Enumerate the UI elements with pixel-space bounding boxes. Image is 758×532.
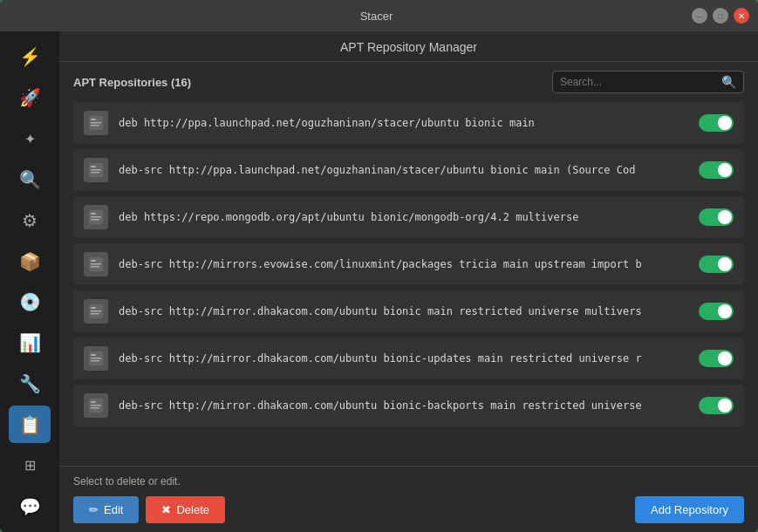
repo-list: deb http://ppa.launchpad.net/oguzhaninan… [59, 102, 758, 466]
repo-toggle[interactable] [699, 303, 734, 320]
edit-label: Edit [104, 503, 123, 516]
maximize-button[interactable]: □ [713, 8, 728, 24]
repo-text: deb-src http://mirrors.evowise.com/linux… [119, 258, 688, 270]
svg-rect-7 [91, 172, 99, 174]
repo-icon [84, 393, 108, 418]
repo-icon [84, 205, 108, 229]
window-controls: – □ ✕ [692, 8, 749, 24]
search-icon: 🔍 [721, 75, 736, 89]
repo-text: deb-src http://mirror.dhakacom.com/ubunt… [119, 305, 688, 317]
search-input[interactable] [560, 76, 721, 88]
edit-icon: ✏ [89, 503, 99, 516]
repo-icon [84, 252, 108, 276]
sidebar-item-terminal[interactable]: 💬 [9, 488, 51, 525]
app-title: Stacer [61, 10, 692, 23]
main-panel: APT Repository Manager APT Repositories … [59, 31, 758, 532]
add-label: Add Repository [651, 503, 728, 516]
repo-toggle[interactable] [699, 397, 734, 414]
sidebar-item-charts[interactable]: 📊 [9, 324, 51, 362]
close-button[interactable]: ✕ [734, 8, 749, 24]
repo-icon [84, 299, 108, 324]
repo-item[interactable]: deb-src http://mirrors.evowise.com/linux… [73, 243, 744, 285]
repo-icon [84, 346, 108, 371]
repo-item[interactable]: deb-src http://mirror.dhakacom.com/ubunt… [73, 385, 744, 426]
repo-text: deb-src http://ppa.launchpad.net/oguzhan… [119, 164, 688, 176]
delete-button[interactable]: ✖ Delete [146, 496, 225, 523]
sidebar-item-sources[interactable]: ⊞ [9, 447, 51, 484]
repo-text: deb-src http://mirror.dhakacom.com/ubunt… [119, 399, 688, 412]
repo-toggle[interactable] [699, 114, 734, 132]
svg-rect-9 [91, 213, 96, 215]
repo-toggle[interactable] [699, 350, 734, 367]
svg-rect-6 [91, 169, 101, 171]
svg-rect-11 [91, 219, 99, 221]
footer: Select to delete or edit. ✏ Edit ✖ Delet… [59, 466, 758, 532]
footer-status: Select to delete or edit. [73, 475, 744, 488]
svg-rect-21 [91, 354, 96, 356]
repo-item[interactable]: deb http://ppa.launchpad.net/oguzhaninan… [73, 102, 744, 144]
svg-rect-18 [91, 310, 101, 312]
sidebar-item-cleaner[interactable]: ✦ [9, 120, 51, 158]
add-repository-button[interactable]: Add Repository [635, 496, 744, 523]
svg-rect-2 [91, 122, 101, 124]
sidebar-item-startup[interactable]: 🚀 [9, 79, 51, 117]
sidebar-item-dashboard[interactable]: ⚡ [9, 38, 51, 76]
repo-text: deb-src http://mirror.dhakacom.com/ubunt… [119, 352, 688, 365]
repo-item[interactable]: deb-src http://ppa.launchpad.net/oguzhan… [73, 149, 744, 191]
sidebar: ⚡ 🚀 ✦ 🔍 ⚙ 📦 💿 📊 🔧 📋 ⊞ 💬 [0, 31, 59, 532]
svg-rect-1 [91, 119, 96, 120]
main-window: Stacer – □ ✕ ⚡ 🚀 ✦ 🔍 ⚙ 📦 💿 📊 🔧 📋 ⊞ 💬 APT… [0, 0, 758, 532]
svg-rect-14 [91, 263, 101, 265]
repo-item[interactable]: deb-src http://mirror.dhakacom.com/ubunt… [73, 338, 744, 379]
sidebar-item-settings[interactable]: ⚙ [9, 201, 51, 239]
repo-item[interactable]: deb https://repo.mongodb.org/apt/ubuntu … [73, 196, 744, 238]
svg-rect-15 [91, 266, 99, 268]
sidebar-item-resources[interactable]: 💿 [9, 283, 51, 321]
svg-rect-23 [91, 360, 99, 362]
sidebar-item-tools[interactable]: 🔧 [9, 365, 51, 403]
content-area: ⚡ 🚀 ✦ 🔍 ⚙ 📦 💿 📊 🔧 📋 ⊞ 💬 APT Repository M… [0, 31, 758, 532]
repo-icon [84, 158, 108, 182]
svg-rect-25 [91, 401, 96, 403]
svg-rect-10 [91, 216, 101, 218]
repo-toolbar: APT Repositories (16) 🔍 [59, 62, 758, 102]
panel-header: APT Repository Manager [59, 31, 758, 62]
repo-toggle[interactable] [699, 161, 734, 179]
repo-item[interactable]: deb-src http://mirror.dhakacom.com/ubunt… [73, 290, 744, 332]
search-box: 🔍 [552, 71, 744, 93]
repo-text: deb http://ppa.launchpad.net/oguzhaninan… [119, 117, 688, 129]
svg-rect-22 [91, 358, 101, 359]
svg-rect-3 [91, 125, 99, 126]
svg-rect-19 [91, 313, 99, 315]
repo-icon [84, 111, 108, 135]
repo-toggle[interactable] [699, 256, 734, 273]
action-buttons: ✏ Edit ✖ Delete [73, 496, 225, 523]
delete-icon: ✖ [161, 503, 171, 516]
sidebar-item-packages[interactable]: 📦 [9, 242, 51, 280]
repo-text: deb https://repo.mongodb.org/apt/ubuntu … [119, 211, 688, 223]
sidebar-item-search[interactable]: 🔍 [9, 160, 51, 198]
svg-rect-5 [91, 166, 96, 167]
delete-label: Delete [176, 503, 209, 516]
repo-toggle[interactable] [699, 208, 734, 226]
repo-count-label: APT Repositories (16) [73, 76, 191, 89]
sidebar-item-apt[interactable]: 📋 [9, 406, 51, 443]
svg-rect-17 [91, 307, 96, 309]
edit-button[interactable]: ✏ Edit [73, 496, 139, 523]
minimize-button[interactable]: – [692, 8, 707, 24]
svg-rect-13 [91, 260, 96, 262]
svg-rect-26 [91, 405, 101, 406]
svg-rect-27 [91, 407, 99, 409]
panel-title: APT Repository Manager [340, 40, 477, 54]
title-bar: Stacer – □ ✕ [0, 0, 758, 31]
footer-buttons: ✏ Edit ✖ Delete Add Repository [73, 496, 744, 523]
